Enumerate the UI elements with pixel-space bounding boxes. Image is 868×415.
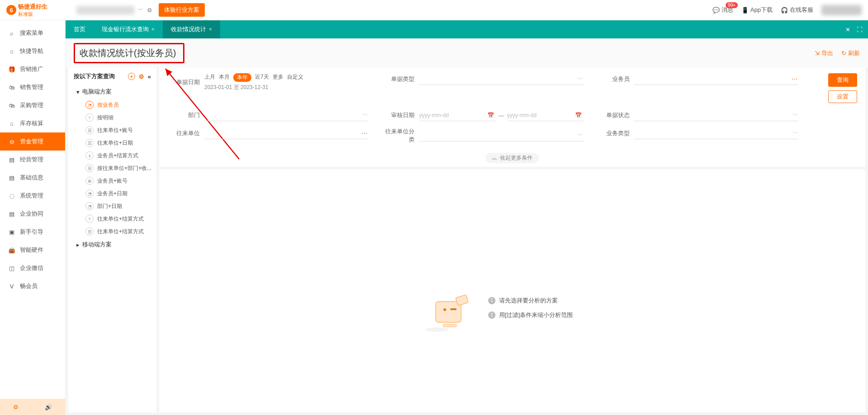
close-icon[interactable]: ×: [151, 26, 155, 33]
collapse-scheme-icon[interactable]: «: [148, 73, 151, 80]
chevron-down-icon: ﹀: [578, 132, 584, 140]
audit-date-to[interactable]: yyyy-mm-dd📅: [507, 109, 584, 121]
filter-partner[interactable]: 往来单位 ⋯: [167, 127, 368, 139]
nav-item[interactable]: 🛍销售管理: [0, 78, 65, 96]
scheme-item[interactable]: ☰往来单位+日期: [73, 137, 156, 149]
scheme-item-label: 业务员+账号: [97, 177, 127, 185]
date-preset[interactable]: 更多: [273, 73, 283, 82]
calendar-icon: 📅: [575, 112, 582, 118]
scheme-item[interactable]: ☰往来单位+账号: [73, 124, 156, 137]
nav-icon: ⌂: [8, 48, 15, 55]
filter-doc-status[interactable]: 单据状态 ﹀: [597, 109, 798, 121]
filter-salesman[interactable]: 业务员 ⋯: [597, 73, 798, 85]
nav-item[interactable]: ⌂库存核算: [0, 114, 65, 132]
page-title-highlight: 收款情况统计(按业务员): [74, 43, 184, 63]
nav-item[interactable]: 🛍采购管理: [0, 96, 65, 114]
date-preset[interactable]: 自定义: [287, 73, 303, 82]
refresh-button[interactable]: ↻刷新: [841, 49, 860, 57]
scheme-item[interactable]: ⫯往来单位+结算方式: [73, 212, 156, 225]
user-avatar[interactable]: xxxxxx: [821, 5, 862, 15]
close-icon[interactable]: ×: [209, 26, 212, 33]
filter-biz-type[interactable]: 业务类型 ﹀: [597, 127, 798, 139]
nav-item[interactable]: 🎁营销推广: [0, 60, 65, 78]
scheme-item[interactable]: ☰往来单位+结算方式: [73, 225, 156, 238]
nav-label: 快捷导航: [20, 47, 43, 55]
nav-item[interactable]: ▤基础信息: [0, 169, 65, 187]
customer-service-button[interactable]: 🎧 在线客服: [781, 6, 813, 14]
date-preset[interactable]: 上月: [204, 73, 215, 82]
scheme-item-icon: ◔: [85, 101, 94, 109]
tab-bar: 首页现金银行流水查询×收款情况统计× ✕ ⛶: [66, 20, 868, 38]
fullscreen-icon[interactable]: ⛶: [857, 26, 863, 33]
date-preset[interactable]: 近7天: [255, 73, 269, 82]
tab[interactable]: 首页: [66, 20, 94, 38]
collapse-filters-button[interactable]: ︽ 收起更多条件: [486, 153, 539, 163]
scheme-item[interactable]: ◔业务员+日期: [73, 187, 156, 200]
nav-item[interactable]: V畅会员: [0, 277, 65, 295]
add-scheme-button[interactable]: +: [128, 73, 135, 80]
chevron-down-icon: ﹀: [793, 111, 798, 119]
scheme-group[interactable]: ▸移动端方案: [73, 238, 156, 251]
export-icon: ⇲: [815, 50, 820, 57]
query-button[interactable]: 查询: [828, 73, 857, 87]
nav-label: 库存核算: [20, 119, 43, 127]
tab[interactable]: 现金银行流水查询×: [94, 20, 163, 38]
gear-icon[interactable]: ⚙: [13, 404, 19, 410]
scheme-item[interactable]: ⊕业务员+账号: [73, 174, 156, 187]
svg-rect-5: [443, 324, 457, 327]
nav-item[interactable]: ▤企业协同: [0, 205, 65, 223]
date-presets: 上月本月本年近7天更多自定义: [204, 73, 368, 82]
close-tab-icon[interactable]: ✕: [845, 26, 850, 33]
scheme-item[interactable]: ⫯按明细: [73, 111, 156, 124]
settings-button[interactable]: 设置: [828, 90, 857, 103]
empty-step2: 用[过滤]条件来缩小分析范围: [499, 311, 573, 319]
doc-status-label: 单据状态: [597, 111, 630, 119]
svg-point-3: [443, 308, 446, 311]
scheme-title: 按以下方案查询: [74, 72, 115, 80]
nav-item[interactable]: 👜智能硬件: [0, 241, 65, 259]
date-preset[interactable]: 本年: [233, 73, 251, 82]
scheme-item-icon: ☰: [85, 139, 94, 147]
chevron-down-icon: ﹀: [363, 111, 368, 119]
scheme-item[interactable]: ☰按往来单位+部门+收...: [73, 162, 156, 174]
nav-item[interactable]: ▤经营管理: [0, 151, 65, 169]
try-industry-button[interactable]: 体验行业方案: [159, 3, 205, 17]
gear-icon[interactable]: ⚙: [147, 7, 152, 14]
messages-badge: 99+: [726, 2, 738, 8]
date-preset[interactable]: 本月: [219, 73, 230, 82]
chat-icon: 💬: [712, 7, 720, 14]
scheme-settings-button[interactable]: ⚙: [139, 73, 144, 80]
export-button[interactable]: ⇲导出: [815, 49, 833, 57]
nav-item[interactable]: ⊖资金管理: [0, 132, 65, 151]
scheme-item[interactable]: ⫮业务员+结算方式: [73, 149, 156, 162]
chevron-down-icon: ﹀: [138, 6, 143, 14]
filter-partner-cat[interactable]: 往来单位分类 ﹀: [382, 127, 583, 144]
nav-item[interactable]: ⌂快捷导航: [0, 42, 65, 60]
nav-item[interactable]: ◌系统管理: [0, 187, 65, 205]
tab-label: 首页: [74, 25, 85, 33]
partner-cat-label: 往来单位分类: [382, 127, 415, 144]
tab[interactable]: 收款情况统计×: [163, 20, 220, 38]
nav-item[interactable]: ◫企业微信: [0, 259, 65, 277]
scheme-item[interactable]: ◔按业务员: [73, 99, 156, 111]
more-icon[interactable]: ⋯: [362, 130, 368, 137]
tenant-switch[interactable]: xxxxxxxxxxxx ﹀ ⚙: [76, 6, 152, 14]
filter-dept[interactable]: 部门 ﹀: [167, 109, 368, 121]
scheme-item[interactable]: ◔部门+日期: [73, 200, 156, 212]
messages-button[interactable]: 💬 消息 99+: [712, 6, 733, 14]
nav-item[interactable]: ▣新手引导: [0, 223, 65, 241]
app-download-button[interactable]: 📱 App下载: [741, 6, 773, 14]
svg-point-6: [425, 327, 449, 332]
refresh-icon: ↻: [841, 50, 846, 57]
scheme-item-label: 往来单位+结算方式: [97, 215, 144, 223]
filter-doc-type[interactable]: 单据类型 ﹀: [382, 73, 583, 85]
scheme-item-icon: ☰: [85, 164, 94, 172]
nav-item[interactable]: ⌕搜索菜单: [0, 24, 65, 42]
scheme-group[interactable]: ▾电脑端方案: [73, 85, 156, 99]
nav-icon: ▤: [8, 156, 15, 163]
brand-edition: 标准版: [18, 11, 47, 18]
more-icon[interactable]: ⋯: [792, 75, 798, 82]
sound-icon[interactable]: 🔊: [45, 404, 52, 410]
chevron-up-icon: ︽: [492, 154, 497, 162]
audit-date-from[interactable]: yyyy-mm-dd📅: [419, 109, 495, 121]
